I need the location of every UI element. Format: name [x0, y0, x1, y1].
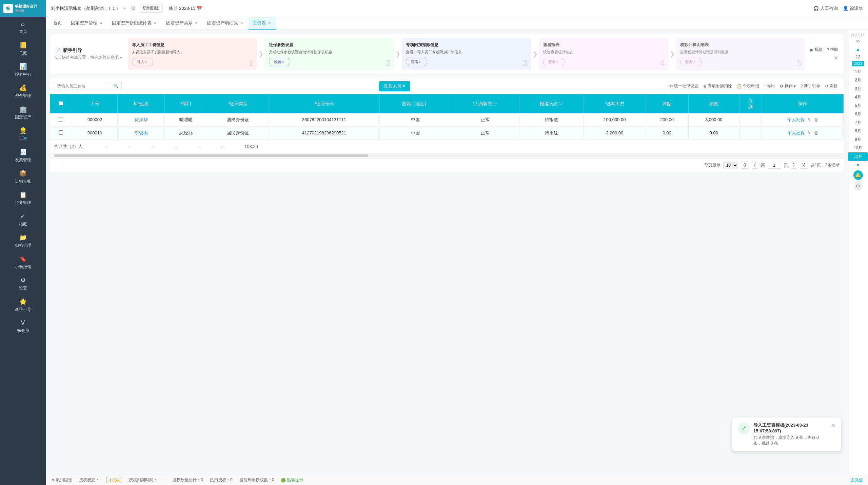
- sidebar-item-settings[interactable]: ⚙ 设置: [0, 273, 46, 295]
- first-page-btn[interactable]: ⟨⟨: [741, 162, 749, 169]
- switch-version-btn[interactable]: 切到旧版: [139, 4, 163, 13]
- social-insurance-btn[interactable]: ⚙ 统一社保设置: [667, 82, 701, 90]
- edit-icon[interactable]: ✎: [807, 117, 811, 122]
- tab-label: 固定资产管理: [71, 20, 97, 26]
- employee-performance: 0.00: [688, 126, 739, 139]
- expand-icon[interactable]: ≫: [855, 38, 861, 44]
- settings-icon[interactable]: ⚙: [131, 5, 136, 12]
- row-select-checkbox[interactable]: [59, 117, 63, 122]
- guide-help-btn[interactable]: ? 帮助: [827, 47, 838, 53]
- guide-step-4: 查看报表 快速查看统计信息 查看＞ 4: [539, 38, 668, 70]
- recharge-btn[interactable]: 去充值: [851, 477, 863, 483]
- per-page-select[interactable]: 10 20 50: [723, 162, 738, 169]
- tab-label: 固定资产类别: [166, 20, 193, 26]
- cal-month-7[interactable]: 7月: [848, 118, 868, 127]
- employee-name-link[interactable]: 徐泽华: [135, 117, 148, 122]
- cal-month-11[interactable]: 11月: [848, 152, 868, 161]
- sidebar-item-funds[interactable]: 💰 资金管理: [0, 81, 46, 102]
- th-performance: 绩效: [688, 94, 739, 113]
- onboarding-btn[interactable]: ? 新手引导: [798, 82, 822, 90]
- cal-month-8[interactable]: 8月: [848, 127, 868, 135]
- tab-close-icon[interactable]: ✕: [194, 21, 198, 25]
- tab-home[interactable]: 首页: [49, 17, 66, 30]
- toast-close-btn[interactable]: ✕: [831, 422, 835, 429]
- tab-asset-detail[interactable]: 固定资产明细账 ✕: [203, 17, 248, 30]
- cal-month-5[interactable]: 5月: [848, 101, 868, 110]
- table: 工号 ⇅ *姓名 *部门 *证照类型 *证照号码 国籍（地区） *人员状态 ▽ …: [50, 94, 844, 140]
- step-1-btn[interactable]: 导入＞: [132, 58, 153, 66]
- account-name: 刘小艳演示账套（勿删勿动！）1: [51, 5, 115, 12]
- select-all-checkbox[interactable]: [59, 101, 63, 106]
- guide-close-btn[interactable]: ✕: [834, 55, 838, 61]
- export-btn[interactable]: ↑ 导出: [762, 82, 777, 90]
- notification-btn[interactable]: 🔔: [853, 170, 863, 180]
- sidebar-item-home[interactable]: ⌂ 首页: [0, 17, 46, 38]
- sidebar-item-reports[interactable]: 📊 报表中心: [0, 59, 46, 81]
- row-select-checkbox[interactable]: [59, 130, 63, 135]
- tab-close-icon[interactable]: ✕: [99, 21, 103, 25]
- step-5-btn[interactable]: 查看＞: [680, 58, 702, 66]
- chevron-down-icon[interactable]: ▼: [856, 162, 861, 168]
- cal-month-6[interactable]: 6月: [848, 110, 868, 118]
- tab-close-icon[interactable]: ✕: [239, 21, 244, 25]
- sidebar-item-tax[interactable]: 📋 税务管理: [0, 188, 46, 209]
- sidebar-item-inventory[interactable]: 📦 进销台账: [0, 166, 46, 188]
- consult-btn[interactable]: 🎧 人工咨询: [813, 5, 838, 12]
- prev-page-btn[interactable]: ⟨: [752, 162, 758, 169]
- cal-month-1[interactable]: 1月: [848, 68, 868, 76]
- delete-icon[interactable]: 🗑: [814, 117, 818, 122]
- sidebar-item-member[interactable]: V 畅会员: [0, 316, 46, 337]
- cal-month-2[interactable]: 2月: [848, 76, 868, 85]
- next-page-btn[interactable]: ⟩: [791, 162, 797, 169]
- special-deduction-btn[interactable]: ⊕ 专项附加扣除: [701, 82, 734, 90]
- user-menu[interactable]: 👤 徐泽华: [843, 5, 863, 12]
- employee-name-link[interactable]: 李俊杰: [135, 130, 148, 135]
- sidebar-item-expense[interactable]: 🔖 小畅报销: [0, 252, 46, 273]
- sidebar-item-payroll[interactable]: 👷 工资: [0, 124, 46, 145]
- page-input[interactable]: [768, 162, 781, 169]
- sidebar-item-guide[interactable]: 🌟 新手引导: [0, 295, 46, 316]
- sidebar-item-invoice[interactable]: 🧾 发票管理: [0, 145, 46, 166]
- guide-video-btn[interactable]: ▶ 视频: [810, 47, 823, 53]
- last-page-btn[interactable]: ⟩⟩: [800, 162, 808, 169]
- tab-fixed-assets[interactable]: 固定资产管理 ✕: [67, 17, 107, 30]
- tab-payroll[interactable]: 工资表 ✕: [249, 17, 276, 30]
- sidebar-item-close-books[interactable]: ✓ 结账: [0, 209, 46, 230]
- tab-close-icon[interactable]: ✕: [267, 21, 272, 25]
- settings-round-btn[interactable]: ⚙: [853, 181, 863, 191]
- tab-depreciation[interactable]: 固定资产折旧统计表 ✕: [108, 17, 161, 30]
- step-3-btn[interactable]: 查看＞: [406, 58, 427, 66]
- help-icon: ?: [827, 48, 829, 52]
- guide-doc-icon: 📄: [55, 48, 61, 53]
- sidebar-item-archive[interactable]: 📁 归档管理: [0, 230, 46, 252]
- chevron-up-icon[interactable]: ▲: [856, 46, 861, 52]
- guide-step-1: 导入员工工资信息 人员信息及工资数据新增导入 导入＞ 1: [128, 38, 257, 70]
- cal-month-4[interactable]: 4月: [848, 93, 868, 101]
- tab-asset-category[interactable]: 固定资产类别 ✕: [162, 17, 202, 30]
- period-selector[interactable]: 账期 2023-11 📅: [169, 5, 202, 12]
- operations-btn[interactable]: ⚙ 操作 ▾: [778, 82, 798, 90]
- account-selector[interactable]: 刘小艳演示账套（勿删勿动！）1 ▾: [51, 5, 119, 12]
- sidebar-item-ledger[interactable]: 📒 总账: [0, 38, 46, 59]
- tab-close-icon[interactable]: ✕: [153, 21, 157, 25]
- delete-icon[interactable]: 🗑: [814, 130, 818, 135]
- unpin-btn[interactable]: ◀ 取消固定: [51, 477, 72, 483]
- horizontal-scrollbar[interactable]: [54, 154, 840, 157]
- step-4-btn[interactable]: 查看＞: [543, 58, 565, 66]
- cal-month-10[interactable]: 10月: [848, 144, 868, 152]
- cal-month-12[interactable]: 12: [848, 53, 868, 61]
- add-employee-btn[interactable]: 添加人员 ▾: [379, 81, 410, 91]
- step-2-btn[interactable]: 设置＞: [269, 58, 290, 66]
- add-account-icon[interactable]: ＋: [122, 5, 127, 12]
- summary-dash-1: --: [105, 144, 108, 149]
- row-checkbox: [50, 113, 72, 127]
- cal-month-9[interactable]: 9月: [848, 135, 868, 144]
- tax-report-btn[interactable]: 📋 个税申报: [735, 82, 761, 90]
- cal-month-3[interactable]: 3月: [848, 85, 868, 93]
- search-input[interactable]: [57, 84, 111, 89]
- refresh-btn[interactable]: ↺ 刷新: [823, 82, 840, 90]
- calendar-year-label: 2023.11: [851, 32, 865, 38]
- edit-icon[interactable]: ✎: [807, 130, 811, 135]
- scrollbar-thumb[interactable]: [54, 154, 368, 157]
- sidebar-item-assets[interactable]: 🏢 固定资产: [0, 102, 46, 124]
